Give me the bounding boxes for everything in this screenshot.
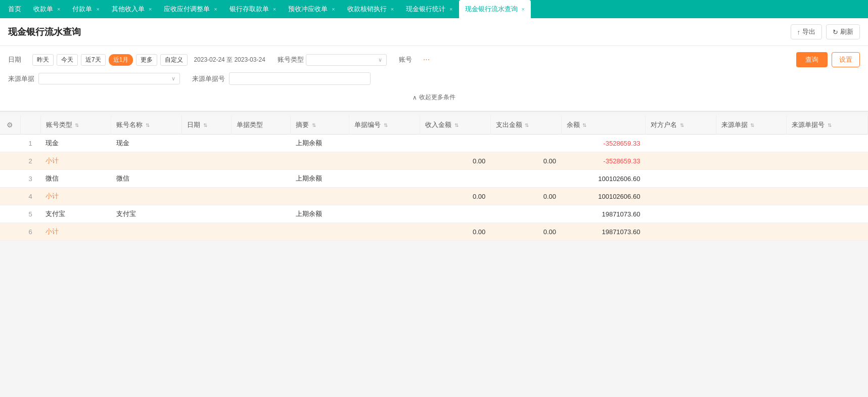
cell-expense — [490, 170, 561, 188]
close-payment-icon[interactable]: × — [96, 0, 99, 18]
top-navigation: 首页 收款单 × 付款单 × 其他收入单 × 应收应付调整单 × 银行存取款单 … — [0, 0, 868, 18]
cell-account-type: 小计 — [40, 152, 111, 170]
table-row[interactable]: 1 现金 现金 上期余额 -3528659.33 — [0, 135, 868, 152]
table-header-row: ⚙ 账号类型 ⇅ 账号名称 ⇅ 日期 ⇅ 单据类型 — [0, 116, 868, 135]
cell-doc-type — [231, 205, 291, 223]
sort-source-doc-num-icon: ⇅ — [828, 122, 832, 128]
date-yesterday-btn[interactable]: 昨天 — [32, 54, 54, 66]
table-row[interactable]: 2 小计 0.00 0.00 -3528659.33 — [0, 152, 868, 170]
date-custom-btn[interactable]: 自定义 — [160, 54, 188, 66]
cell-source-doc — [716, 205, 787, 223]
gear-icon[interactable]: ⚙ — [7, 121, 13, 129]
nav-receipt[interactable]: 收款单 × — [27, 0, 66, 18]
th-source-doc-num[interactable]: 来源单据号 ⇅ — [787, 116, 868, 135]
sort-counterpart-icon: ⇅ — [680, 122, 684, 128]
cell-checkbox — [0, 223, 20, 241]
collapse-bar[interactable]: ∧ 收起更多条件 — [8, 90, 860, 105]
cell-row-num: 3 — [20, 170, 40, 188]
account-dots-icon[interactable]: ··· — [421, 53, 432, 66]
sort-source-doc-icon: ⇅ — [750, 122, 754, 128]
cell-balance: 100102606.60 — [561, 188, 645, 205]
th-account-name[interactable]: 账号名称 ⇅ — [111, 116, 182, 135]
cell-counterpart — [645, 205, 716, 223]
cell-source-doc — [716, 170, 787, 188]
th-summary[interactable]: 摘要 ⇅ — [291, 116, 349, 135]
refresh-button[interactable]: ↻ 刷新 — [826, 24, 860, 39]
cell-balance: 19871073.60 — [561, 223, 645, 241]
nav-bank-flow[interactable]: 现金银行流水查询 × — [459, 0, 531, 18]
cell-source-doc — [716, 188, 787, 205]
close-receipt-icon[interactable]: × — [57, 0, 60, 18]
th-settings[interactable]: ⚙ — [0, 116, 20, 135]
account-type-filter: 账号类型 ∨ — [278, 54, 387, 66]
source-doc-num-filter: 来源单据号 — [192, 72, 371, 85]
th-counterpart[interactable]: 对方户名 ⇅ — [645, 116, 716, 135]
th-row-num — [20, 116, 40, 135]
cell-account-type: 现金 — [40, 135, 111, 152]
th-account-type[interactable]: 账号类型 ⇅ — [40, 116, 111, 135]
cell-doc-num — [349, 188, 420, 205]
cell-balance: -3528659.33 — [561, 135, 645, 152]
date-7days-btn[interactable]: 近7天 — [81, 54, 106, 66]
refresh-icon: ↻ — [833, 28, 838, 36]
date-range-display: 2023-02-24 至 2023-03-24 — [194, 56, 265, 64]
th-date[interactable]: 日期 ⇅ — [181, 116, 231, 135]
cell-summary: 上期余额 — [291, 205, 349, 223]
nav-collection[interactable]: 收款核销执行 × — [341, 0, 400, 18]
nav-other-income[interactable]: 其他收入单 × — [106, 0, 158, 18]
date-1month-btn[interactable]: 近1月 — [109, 54, 133, 66]
cell-account-name: 现金 — [111, 135, 182, 152]
cell-doc-type — [231, 135, 291, 152]
close-bank-flow-icon[interactable]: × — [522, 0, 525, 18]
th-source-doc[interactable]: 来源单据 ⇅ — [716, 116, 787, 135]
th-expense[interactable]: 支出金额 ⇅ — [490, 116, 561, 135]
th-income-label: 收入金额 — [425, 121, 451, 128]
cell-checkbox — [0, 170, 20, 188]
nav-payment[interactable]: 付款单 × — [66, 0, 105, 18]
source-doc-num-input[interactable] — [229, 72, 371, 85]
settings-button[interactable]: 设置 — [832, 52, 860, 67]
cell-account-name: 微信 — [111, 170, 182, 188]
cell-account-name — [111, 188, 182, 205]
table-row[interactable]: 4 小计 0.00 0.00 100102606.60 — [0, 188, 868, 205]
th-balance[interactable]: 余额 ⇅ — [561, 116, 645, 135]
account-filter: 账号 ··· — [399, 53, 432, 66]
th-account-type-label: 账号类型 — [46, 121, 72, 128]
cell-income — [420, 170, 491, 188]
th-income[interactable]: 收入金额 ⇅ — [420, 116, 491, 135]
page-header: 现金银行流水查询 ↑ 导出 ↻ 刷新 — [0, 18, 868, 46]
cell-row-num: 5 — [20, 205, 40, 223]
cell-counterpart — [645, 170, 716, 188]
close-bank-stats-icon[interactable]: × — [449, 0, 452, 18]
cell-expense: 0.00 — [490, 223, 561, 241]
nav-home[interactable]: 首页 — [2, 0, 27, 18]
table-row[interactable]: 6 小计 0.00 0.00 19871073.60 — [0, 223, 868, 241]
source-doc-select[interactable]: ∨ — [38, 73, 180, 84]
cell-source-doc-num — [787, 152, 868, 170]
nav-advance[interactable]: 预收冲应收单 × — [282, 0, 341, 18]
close-advance-icon[interactable]: × — [332, 0, 335, 18]
nav-bank-stats[interactable]: 现金银行统计 × — [400, 0, 459, 18]
cell-expense — [490, 205, 561, 223]
date-more-btn[interactable]: 更多 — [136, 54, 157, 66]
cell-doc-type — [231, 152, 291, 170]
chevron-down-icon: ∨ — [378, 57, 382, 63]
account-type-select[interactable]: ∨ — [306, 54, 387, 66]
cell-summary: 上期余额 — [291, 170, 349, 188]
th-doc-num-label: 单据编号 — [354, 121, 381, 128]
close-other-income-icon[interactable]: × — [149, 0, 152, 18]
cell-row-num: 6 — [20, 223, 40, 241]
date-today-btn[interactable]: 今天 — [57, 54, 78, 66]
nav-bank-deposit[interactable]: 银行存取款单 × — [223, 0, 282, 18]
query-button[interactable]: 查询 — [796, 52, 828, 67]
table-row[interactable]: 3 微信 微信 上期余额 100102606.60 — [0, 170, 868, 188]
close-collection-icon[interactable]: × — [391, 0, 394, 18]
export-button[interactable]: ↑ 导出 — [791, 24, 823, 39]
divider — [0, 111, 868, 112]
close-adjustment-icon[interactable]: × — [214, 0, 217, 18]
th-doc-num[interactable]: 单据编号 ⇅ — [349, 116, 420, 135]
table-row[interactable]: 5 支付宝 支付宝 上期余额 19871073.60 — [0, 205, 868, 223]
close-bank-deposit-icon[interactable]: × — [273, 0, 276, 18]
header-actions: ↑ 导出 ↻ 刷新 — [791, 24, 860, 46]
nav-adjustment[interactable]: 应收应付调整单 × — [158, 0, 223, 18]
